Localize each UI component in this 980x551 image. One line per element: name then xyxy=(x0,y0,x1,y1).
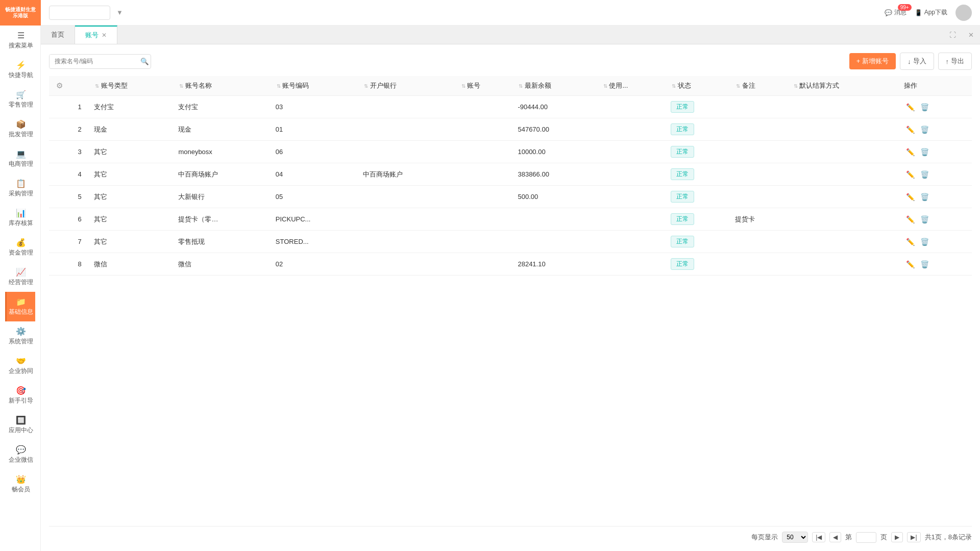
edit-button-5[interactable]: ✏️ xyxy=(904,214,917,224)
toolbar-actions: + 新增账号 ↓ 导入 ↑ 导出 xyxy=(849,53,972,70)
row-index-0: 1 xyxy=(69,96,90,118)
account-col-header[interactable]: ⇅ 账号 xyxy=(456,76,514,96)
row-name-2: moneybosx xyxy=(174,141,271,163)
table-body: 1 支付宝 支付宝 03 -90444.00 正常 ✏️ 🗑️ 2 现金 现金 … xyxy=(49,96,972,276)
row-bank-1 xyxy=(359,118,456,141)
sidebar-item-12[interactable]: 🎯新手引导 xyxy=(5,381,35,410)
export-button[interactable]: ↑ 导出 xyxy=(938,53,972,70)
type-col-header[interactable]: ⇅ 账号类型 xyxy=(90,76,174,96)
search-input[interactable] xyxy=(50,55,136,68)
usage-col-header[interactable]: ⇅ 使用... xyxy=(598,76,667,96)
sidebar-item-9[interactable]: 📁基础信息 xyxy=(5,292,35,321)
sidebar-item-7[interactable]: 💰资金管理 xyxy=(5,233,35,262)
row-note-6 xyxy=(731,231,789,253)
sidebar-item-15[interactable]: 👑畅会员 xyxy=(5,469,35,499)
add-account-button[interactable]: + 新增账号 xyxy=(849,53,896,69)
table-row: 3 其它 moneybosx 06 10000.00 正常 ✏️ 🗑️ xyxy=(49,141,972,163)
dropdown-icon[interactable]: ▼ xyxy=(116,9,123,16)
edit-button-0[interactable]: ✏️ xyxy=(904,102,917,112)
delete-button-1[interactable]: 🗑️ xyxy=(918,124,931,135)
sidebar-item-11[interactable]: 🤝企业协同 xyxy=(5,351,35,381)
sidebar-item-3[interactable]: 📦批发管理 xyxy=(5,114,35,144)
sidebar-label-11: 企业协同 xyxy=(9,367,33,375)
page-suffix-label: 页 xyxy=(880,533,887,542)
row-name-0: 支付宝 xyxy=(174,96,271,118)
sidebar-label-13: 应用中心 xyxy=(9,426,33,435)
prev-page-button[interactable]: ◀ xyxy=(829,532,841,542)
search-button[interactable]: 🔍 xyxy=(136,55,151,68)
sidebar-label-2: 零售管理 xyxy=(9,101,33,109)
row-account-4 xyxy=(456,186,514,208)
delete-button-2[interactable]: 🗑️ xyxy=(918,147,931,157)
import-button[interactable]: ↓ 导入 xyxy=(900,53,934,70)
delete-button-6[interactable]: 🗑️ xyxy=(918,237,931,247)
tab-close-1[interactable]: ✕ xyxy=(102,32,107,39)
name-col-header[interactable]: ⇅ 账号名称 xyxy=(174,76,271,96)
delete-button-7[interactable]: 🗑️ xyxy=(918,259,931,269)
page-size-select[interactable]: 50 100 200 xyxy=(782,532,808,543)
edit-button-6[interactable]: ✏️ xyxy=(904,237,917,247)
table-row: 7 其它 零售抵现 STORED... 正常 ✏️ 🗑️ xyxy=(49,231,972,253)
row-note-7 xyxy=(731,253,789,276)
tab-1[interactable]: 账号✕ xyxy=(75,26,117,44)
delete-button-0[interactable]: 🗑️ xyxy=(918,102,931,112)
row-settings-7 xyxy=(49,253,69,276)
row-index-2: 3 xyxy=(69,141,90,163)
row-settle-1 xyxy=(789,118,900,141)
sidebar-item-2[interactable]: 🛒零售管理 xyxy=(5,85,35,114)
balance-col-header[interactable]: ⇅ 最新余额 xyxy=(513,76,598,96)
bank-col-header[interactable]: ⇅ 开户银行 xyxy=(359,76,456,96)
sidebar-icon-9: 📁 xyxy=(16,297,26,307)
logo-subtext: 乐港版 xyxy=(13,13,28,19)
page-input[interactable]: 1 xyxy=(856,532,876,543)
row-settings-3 xyxy=(49,163,69,186)
status-badge-3: 正常 xyxy=(671,168,694,180)
sidebar-item-6[interactable]: 📊库存核算 xyxy=(5,203,35,233)
sidebar-item-0[interactable]: ☰搜索菜单 xyxy=(5,26,35,55)
sidebar-item-1[interactable]: ⚡快捷导航 xyxy=(5,55,35,85)
row-settle-2 xyxy=(789,141,900,163)
sidebar-item-14[interactable]: 💬企业微信 xyxy=(5,440,35,469)
user-avatar[interactable] xyxy=(955,5,972,21)
edit-button-3[interactable]: ✏️ xyxy=(904,169,917,180)
row-balance-0: -90444.00 xyxy=(513,96,598,118)
delete-button-4[interactable]: 🗑️ xyxy=(918,192,931,202)
status-col-header[interactable]: ⇅ 状态 xyxy=(667,76,731,96)
top-search-input[interactable] xyxy=(49,6,110,20)
next-page-button[interactable]: ▶ xyxy=(891,532,903,542)
row-bank-4 xyxy=(359,186,456,208)
sidebar-item-4[interactable]: 💻电商管理 xyxy=(5,144,35,173)
delete-button-5[interactable]: 🗑️ xyxy=(918,214,931,224)
sidebar-item-8[interactable]: 📈经营管理 xyxy=(5,262,35,292)
code-col-header[interactable]: ⇅ 账号编码 xyxy=(272,76,359,96)
tab-0[interactable]: 首页 xyxy=(41,26,75,44)
first-page-button[interactable]: |◀ xyxy=(812,532,825,542)
sidebar-item-13[interactable]: 🔲应用中心 xyxy=(5,410,35,440)
delete-button-3[interactable]: 🗑️ xyxy=(918,169,931,180)
row-name-4: 大新银行 xyxy=(174,186,271,208)
sidebar-item-10[interactable]: ⚙️系统管理 xyxy=(5,321,35,351)
toolbar: 🔍 + 新增账号 ↓ 导入 ↑ 导出 xyxy=(49,53,972,70)
edit-button-4[interactable]: ✏️ xyxy=(904,192,917,202)
row-actions-5: ✏️ 🗑️ xyxy=(900,208,972,231)
settings-icon[interactable]: ⚙ xyxy=(56,81,63,90)
row-type-4: 其它 xyxy=(90,186,174,208)
note-col-header[interactable]: ⇅ 备注 xyxy=(731,76,789,96)
sidebar-item-5[interactable]: 📋采购管理 xyxy=(5,173,35,203)
app-download-button[interactable]: 📱 App下载 xyxy=(915,8,947,17)
row-note-1 xyxy=(731,118,789,141)
edit-button-1[interactable]: ✏️ xyxy=(904,124,917,135)
close-tab-button[interactable]: ✕ xyxy=(962,27,980,43)
maximize-button[interactable]: ⛶ xyxy=(943,27,962,43)
settle-col-header[interactable]: ⇅ 默认结算方式 xyxy=(789,76,900,96)
total-info: 共1页，8条记录 xyxy=(925,533,972,542)
message-badge: 99+ xyxy=(898,4,912,11)
last-page-button[interactable]: ▶| xyxy=(907,532,920,542)
status-badge-1: 正常 xyxy=(671,123,694,135)
message-button[interactable]: 💬 消息 99+ xyxy=(885,8,906,17)
sidebar-icon-2: 🛒 xyxy=(16,90,26,99)
edit-button-7[interactable]: ✏️ xyxy=(904,259,917,269)
row-name-6: 零售抵现 xyxy=(174,231,271,253)
edit-button-2[interactable]: ✏️ xyxy=(904,147,917,157)
row-balance-5 xyxy=(513,208,598,231)
